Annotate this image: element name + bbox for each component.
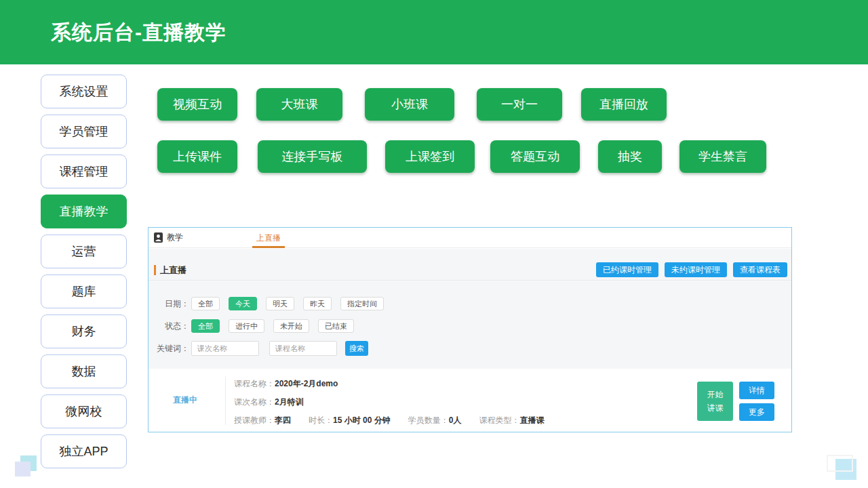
sidebar-item-course-mgmt[interactable]: 课程管理: [41, 155, 127, 188]
more-button[interactable]: 更多: [739, 403, 774, 421]
feature-video-interaction[interactable]: 视频互动: [157, 88, 237, 121]
start-teaching-button[interactable]: 开始讲课: [697, 382, 733, 421]
feature-one-on-one[interactable]: 一对一: [477, 88, 562, 121]
feature-connect-tablet[interactable]: 连接手写板: [258, 140, 367, 173]
tab-go-live[interactable]: 上直播: [250, 228, 287, 248]
students-label: 学员数量：: [408, 415, 449, 426]
lesson-name-input[interactable]: [191, 341, 259, 356]
course-name-value: 2020年-2月demo: [275, 378, 338, 390]
lesson-name-value: 2月特训: [275, 396, 304, 408]
feature-mute-students[interactable]: 学生禁言: [679, 140, 766, 173]
section-title: 上直播: [160, 264, 186, 277]
keyword-filter-row: 关键词： 搜索: [149, 341, 368, 356]
keyword-filter-label: 关键词：: [149, 343, 189, 354]
view-schedule-button[interactable]: 查看课程表: [733, 262, 787, 277]
duration-field: 时长： 15 小时 00 分钟: [309, 415, 391, 426]
students-field: 学员数量： 0人: [408, 415, 462, 426]
sidebar-item-finance[interactable]: 财务: [41, 314, 127, 348]
lesson-name-line: 课次名称： 2月特训: [234, 396, 304, 408]
date-filter-row: 日期： 全部 今天 明天 昨天 指定时间: [149, 297, 384, 310]
section-header-row: 上直播 已约课时管理 未约课时管理 查看课程表: [149, 260, 791, 280]
panel-tabbar: 教学 上直播: [149, 228, 791, 248]
date-filter-options: 全部 今天 明天 昨天 指定时间: [191, 297, 384, 310]
sidebar-item-standalone-app[interactable]: 独立APP: [41, 434, 127, 468]
search-button[interactable]: 搜索: [345, 341, 368, 356]
page-header: 系统后台-直播教学: [0, 0, 868, 64]
teacher-label: 授课教师：: [234, 415, 275, 426]
unbooked-hours-button[interactable]: 未约课时管理: [665, 262, 727, 277]
duration-label: 时长：: [309, 415, 333, 426]
tab-active-underline: [252, 246, 285, 248]
date-option-today[interactable]: 今天: [229, 297, 257, 310]
sidebar-item-student-mgmt[interactable]: 学员管理: [41, 115, 127, 148]
teacher-field: 授课教师： 李四: [234, 415, 291, 426]
row-divider: [225, 377, 226, 425]
section-actions: 已约课时管理 未约课时管理 查看课程表: [596, 262, 787, 277]
section-accent-bar: [154, 265, 156, 275]
sidebar-item-data[interactable]: 数据: [41, 354, 127, 388]
students-value: 0人: [449, 415, 462, 426]
status-option-ended[interactable]: 已结束: [318, 319, 354, 333]
sidebar-item-system-settings[interactable]: 系统设置: [41, 75, 127, 108]
status-option-in-progress[interactable]: 进行中: [229, 319, 264, 333]
session-meta-line: 授课教师： 李四 时长： 15 小时 00 分钟 学员数量： 0人 课程类型： …: [234, 415, 561, 426]
sidebar-item-micro-school[interactable]: 微网校: [41, 394, 127, 428]
course-name-line: 课程名称： 2020年-2月demo: [234, 378, 338, 390]
status-option-all[interactable]: 全部: [191, 319, 220, 333]
section-separator: [149, 280, 791, 281]
panel-app-label: 教学: [167, 232, 183, 243]
course-type-value: 直播课: [519, 415, 544, 426]
feature-quiz-interaction[interactable]: 答题互动: [490, 140, 580, 173]
sidebar-item-question-bank[interactable]: 题库: [41, 274, 127, 308]
status-filter-row: 状态： 全部 进行中 未开始 已结束: [149, 319, 354, 333]
feature-upload-courseware[interactable]: 上传课件: [157, 140, 237, 173]
duration-value: 15 小时 00 分钟: [333, 415, 391, 426]
feature-small-class[interactable]: 小班课: [365, 88, 454, 121]
course-type-field: 课程类型： 直播课: [479, 415, 544, 426]
date-filter-label: 日期：: [149, 298, 189, 310]
page-title: 系统后台-直播教学: [51, 0, 226, 64]
decor-square-outline: [827, 455, 853, 472]
status-option-not-started[interactable]: 未开始: [273, 319, 309, 333]
feature-class-checkin[interactable]: 上课签到: [385, 140, 475, 173]
decor-square-lavender: [15, 462, 31, 476]
teaching-app-icon: [154, 232, 163, 243]
date-option-tomorrow[interactable]: 明天: [266, 297, 294, 310]
teacher-value: 李四: [275, 415, 291, 426]
date-option-custom[interactable]: 指定时间: [340, 297, 384, 310]
sidebar-item-live-teaching[interactable]: 直播教学: [41, 195, 127, 228]
feature-live-replay[interactable]: 直播回放: [581, 88, 667, 121]
date-option-yesterday[interactable]: 昨天: [303, 297, 332, 310]
detail-button[interactable]: 详情: [739, 382, 774, 399]
booked-hours-button[interactable]: 已约课时管理: [596, 262, 658, 277]
feature-large-class[interactable]: 大班课: [256, 88, 342, 121]
live-session-row: 直播中 课程名称： 2020年-2月demo 课次名称： 2月特训 授课教师： …: [149, 369, 791, 432]
sidebar-item-operations[interactable]: 运营: [41, 235, 127, 268]
date-option-all[interactable]: 全部: [191, 297, 220, 310]
feature-lucky-draw[interactable]: 抽奖: [598, 140, 662, 173]
live-status-badge: 直播中: [173, 394, 197, 406]
course-name-label: 课程名称：: [234, 378, 275, 390]
course-type-label: 课程类型：: [479, 415, 519, 426]
admin-panel: 教学 上直播 上直播 已约课时管理 未约课时管理 查看课程表 日期： 全部 今天…: [148, 227, 792, 432]
status-filter-options: 全部 进行中 未开始 已结束: [191, 319, 354, 333]
lesson-name-label: 课次名称：: [234, 396, 275, 408]
status-filter-label: 状态：: [149, 321, 189, 332]
course-name-input[interactable]: [269, 341, 337, 356]
